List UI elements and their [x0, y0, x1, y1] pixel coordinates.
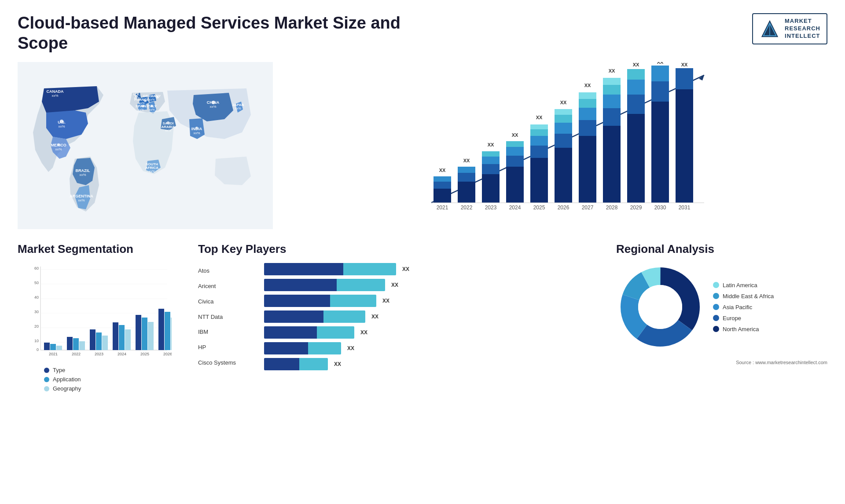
- logo: MARKET RESEARCH INTELLECT: [752, 13, 827, 44]
- player-aricent: Aricent: [198, 281, 251, 292]
- svg-text:0: 0: [37, 347, 39, 352]
- svg-rect-81: [555, 109, 572, 115]
- svg-text:xx%: xx%: [138, 108, 143, 111]
- svg-rect-78: [555, 134, 572, 148]
- bar-chart-svg: XX 2021 XX 2022 XX 2023: [290, 62, 827, 229]
- logo-icon: [759, 18, 780, 39]
- svg-rect-58: [482, 174, 500, 203]
- svg-rect-94: [603, 85, 621, 95]
- svg-text:30: 30: [34, 310, 39, 314]
- svg-text:xx%: xx%: [165, 129, 171, 132]
- svg-rect-60: [482, 157, 500, 164]
- svg-rect-61: [482, 151, 500, 157]
- svg-rect-104: [651, 102, 669, 203]
- map-section: CANADA xx% U.S. xx% MEXICO xx% BRAZIL xx…: [18, 62, 282, 229]
- svg-text:BRAZIL: BRAZIL: [76, 168, 90, 173]
- svg-rect-50: [434, 176, 451, 182]
- svg-rect-53: [458, 182, 475, 203]
- svg-text:AFRICA: AFRICA: [145, 166, 158, 170]
- svg-text:xx%: xx%: [55, 147, 62, 151]
- players-names-list: Atos Aricent Civica NTT Data IBM HP Cisc…: [198, 263, 251, 370]
- svg-text:XX: XX: [609, 68, 615, 73]
- svg-rect-93: [603, 95, 621, 108]
- svg-rect-55: [458, 167, 475, 173]
- svg-text:xx%: xx%: [58, 124, 65, 128]
- segmentation-legend: Type Application Geography: [44, 367, 185, 392]
- svg-text:2028: 2028: [606, 205, 618, 211]
- reg-legend-na: North America: [713, 326, 774, 332]
- svg-text:60: 60: [34, 266, 39, 270]
- players-section: Top Key Players Atos Aricent Civica NTT …: [198, 242, 603, 392]
- svg-text:2022: 2022: [72, 352, 81, 356]
- svg-rect-77: [555, 148, 572, 203]
- svg-point-43: [167, 121, 169, 124]
- svg-text:XX: XX: [439, 168, 446, 173]
- svg-rect-95: [603, 78, 621, 85]
- world-map: CANADA xx% U.S. xx% MEXICO xx% BRAZIL xx…: [18, 62, 273, 229]
- svg-rect-147: [148, 322, 154, 350]
- svg-rect-66: [506, 147, 524, 156]
- svg-point-45: [212, 101, 215, 104]
- svg-text:2023: 2023: [95, 352, 103, 356]
- logo-text: MARKET RESEARCH INTELLECT: [785, 18, 820, 40]
- latin-color: [713, 282, 719, 288]
- svg-text:xx%: xx%: [78, 198, 84, 202]
- regional-content: Latin America Middle East & Africa Asia …: [616, 263, 827, 351]
- svg-rect-150: [165, 312, 170, 350]
- svg-rect-101: [627, 69, 645, 80]
- svg-rect-151: [171, 318, 172, 350]
- svg-rect-86: [579, 108, 596, 120]
- svg-text:xx%: xx%: [149, 170, 154, 173]
- svg-text:2026: 2026: [163, 352, 172, 356]
- regional-legend: Latin America Middle East & Africa Asia …: [713, 282, 774, 332]
- svg-rect-109: [676, 89, 693, 203]
- svg-text:XX: XX: [681, 62, 688, 67]
- reg-legend-mea: Middle East & Africa: [713, 293, 774, 299]
- svg-text:2026: 2026: [558, 205, 569, 211]
- mea-color: [713, 293, 719, 299]
- svg-rect-142: [119, 325, 125, 350]
- svg-text:XX: XX: [584, 83, 591, 88]
- reg-legend-apac: Asia Pacific: [713, 304, 774, 310]
- svg-rect-145: [136, 315, 141, 350]
- svg-text:2021: 2021: [437, 205, 448, 211]
- svg-point-40: [156, 96, 159, 99]
- svg-rect-49: [434, 182, 451, 189]
- bar-chart-section: XX 2021 XX 2022 XX 2023: [290, 62, 827, 229]
- legend-application: Application: [44, 376, 185, 383]
- svg-text:2024: 2024: [509, 205, 521, 211]
- svg-rect-84: [579, 136, 596, 203]
- segmentation-section: Market Segmentation 60 50 40 30 20 10 0: [18, 242, 185, 392]
- type-color: [44, 368, 49, 373]
- svg-rect-59: [482, 164, 500, 174]
- svg-text:XX: XX: [536, 115, 543, 120]
- player-atos: Atos: [198, 265, 251, 276]
- svg-rect-141: [113, 322, 118, 350]
- svg-text:xx%: xx%: [149, 108, 154, 111]
- players-title: Top Key Players: [198, 242, 603, 256]
- svg-text:2021: 2021: [49, 352, 58, 356]
- svg-point-39: [144, 99, 147, 102]
- svg-rect-72: [530, 136, 548, 146]
- svg-text:2025: 2025: [140, 352, 149, 356]
- svg-text:2029: 2029: [630, 205, 642, 211]
- svg-text:2027: 2027: [582, 205, 594, 211]
- svg-rect-146: [142, 318, 147, 350]
- apac-color: [713, 304, 719, 310]
- svg-text:XX: XX: [463, 158, 470, 163]
- svg-rect-48: [434, 189, 451, 203]
- svg-rect-106: [651, 66, 669, 81]
- svg-text:FRANCE: FRANCE: [134, 98, 149, 102]
- reg-legend-europe: Europe: [713, 315, 774, 321]
- svg-text:2030: 2030: [654, 205, 666, 211]
- svg-text:XX: XX: [560, 100, 567, 105]
- svg-text:2023: 2023: [485, 205, 497, 211]
- svg-point-44: [195, 127, 198, 129]
- page-header: Cloud-based Managed Services Market Size…: [18, 13, 827, 53]
- svg-point-38: [135, 95, 138, 98]
- svg-rect-135: [79, 341, 85, 350]
- svg-rect-110: [676, 68, 693, 89]
- svg-rect-71: [530, 146, 548, 158]
- map-container: CANADA xx% U.S. xx% MEXICO xx% BRAZIL xx…: [18, 62, 273, 229]
- svg-rect-54: [458, 173, 475, 182]
